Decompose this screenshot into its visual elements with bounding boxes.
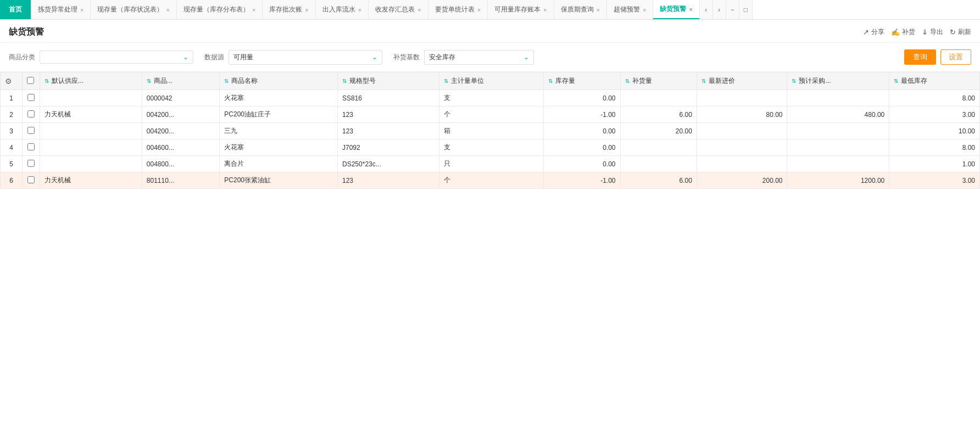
th-restock-label: 补货量 (632, 76, 652, 86)
replenish-select[interactable]: 安全库存 ⌄ (424, 50, 534, 65)
row-checkbox-cell[interactable] (23, 172, 40, 189)
row-checkbox[interactable] (27, 110, 35, 117)
th-est-purchase[interactable]: ⇅ 预计采购... (787, 72, 889, 90)
share-button[interactable]: ↗ 分享 (863, 27, 884, 37)
tab-minimize-button[interactable]: − (726, 0, 739, 19)
tab-expiry[interactable]: 保质期查询 × (554, 0, 607, 19)
row-checkbox[interactable] (27, 160, 35, 167)
th-spec[interactable]: ⇅ 规格型号 (338, 72, 439, 90)
row-spec: 123 (338, 107, 439, 123)
sort-icon: ⇅ (792, 78, 796, 84)
close-icon[interactable]: × (643, 7, 646, 13)
row-checkbox-cell[interactable] (23, 123, 40, 139)
tab-batch[interactable]: 库存批次账 × (263, 0, 315, 19)
replenish-label: 补货基数 (393, 53, 420, 62)
tab-receipt-summary[interactable]: 收发存汇总表 × (369, 0, 428, 19)
restock-button[interactable]: ✍ 补货 (891, 27, 915, 37)
tab-anomaly-label: 拣货异常处理 (38, 5, 77, 14)
row-checkbox[interactable] (27, 127, 35, 134)
tab-overstock-label: 超储预警 (614, 5, 640, 14)
table-row: 2 力天机械 004200... PC200油缸庄子 123 个 -1.00 6… (1, 107, 980, 123)
category-select[interactable]: ⌄ (40, 51, 193, 64)
datasource-value: 可用量 (233, 53, 253, 62)
close-icon[interactable]: × (80, 7, 83, 13)
tab-order-stats[interactable]: 要货单统计表 × (428, 0, 488, 19)
category-filter-group: 商品分类 ⌄ (9, 51, 193, 64)
row-supplier: 力天机械 (40, 107, 142, 123)
close-icon[interactable]: × (358, 7, 361, 13)
table-row: 4 004600... 火花塞 J7092 支 0.00 8.00 (1, 139, 980, 156)
th-restock[interactable]: ⇅ 补货量 (620, 72, 697, 90)
export-button[interactable]: ⇓ 导出 (922, 27, 943, 37)
category-label: 商品分类 (9, 53, 35, 62)
row-checkbox[interactable] (27, 143, 35, 150)
th-name[interactable]: ⇅ 商品名称 (220, 72, 338, 90)
close-icon[interactable]: × (252, 7, 255, 13)
tab-maximize-button[interactable]: □ (739, 0, 753, 19)
tab-available-ledger[interactable]: 可用量库存账本 × (488, 0, 554, 19)
row-stock: -1.00 (544, 172, 620, 189)
refresh-button[interactable]: ↻ 刷新 (950, 27, 971, 37)
refresh-icon: ↻ (950, 28, 956, 36)
row-checkbox-cell[interactable] (23, 156, 40, 172)
row-spec: J7092 (338, 139, 439, 156)
table-header-row: ⚙ ⇅ 默认供应... ⇅ 商品... (1, 72, 980, 90)
th-settings[interactable]: ⚙ (1, 72, 23, 90)
row-name: PC200油缸庄子 (220, 107, 338, 123)
tab-anomaly[interactable]: 拣货异常处理 × (31, 0, 91, 19)
tab-batch-label: 库存批次账 (269, 5, 302, 14)
row-spec: DS250*23c... (338, 156, 439, 172)
close-icon[interactable]: × (166, 7, 169, 13)
th-stock[interactable]: ⇅ 库存量 (544, 72, 620, 90)
row-latest-price (697, 156, 787, 172)
row-checkbox-cell[interactable] (23, 139, 40, 156)
row-est-purchase: 480.00 (787, 107, 889, 123)
row-min-stock: 3.00 (889, 172, 980, 189)
row-stock: 0.00 (544, 90, 620, 107)
th-latest-price[interactable]: ⇅ 最新进价 (697, 72, 787, 90)
category-arrow-icon: ⌄ (183, 53, 188, 61)
sort-icon: ⇅ (444, 78, 448, 84)
tab-next-button[interactable]: › (713, 0, 726, 19)
close-icon[interactable]: × (417, 7, 421, 13)
close-icon[interactable]: × (477, 7, 481, 13)
settings-icon[interactable]: ⚙ (5, 77, 12, 86)
refresh-label: 刷新 (958, 27, 971, 37)
row-min-stock: 1.00 (889, 156, 980, 172)
row-unit: 个 (439, 107, 544, 123)
settings-button[interactable]: 设置 (940, 49, 971, 65)
th-unit[interactable]: ⇅ 主计量单位 (439, 72, 544, 90)
tab-inout-flow[interactable]: 出入库流水 × (316, 0, 369, 19)
tab-overstock[interactable]: 超储预警 × (607, 0, 653, 19)
tab-prev-button[interactable]: ‹ (700, 0, 713, 19)
row-supplier: 力天机械 (40, 172, 142, 189)
tab-shortage[interactable]: 缺货预警 × (653, 0, 699, 19)
row-unit: 个 (439, 172, 544, 189)
close-icon[interactable]: × (543, 7, 547, 13)
th-code[interactable]: ⇅ 商品... (142, 72, 220, 90)
row-checkbox-cell[interactable] (23, 107, 40, 123)
sort-icon: ⇅ (342, 78, 347, 84)
row-code: 801110... (142, 172, 220, 189)
query-button[interactable]: 查询 (904, 49, 936, 65)
row-checkbox-cell[interactable] (23, 90, 40, 107)
close-icon[interactable]: × (597, 7, 600, 13)
tab-inventory-status[interactable]: 现存量（库存状况表） × (91, 0, 176, 19)
th-supplier[interactable]: ⇅ 默认供应... (40, 72, 142, 90)
tab-inventory-dist[interactable]: 现存量（库存分布表） × (177, 0, 263, 19)
tab-home[interactable]: 首页 (0, 0, 31, 19)
row-restock: 6.00 (620, 107, 697, 123)
close-icon[interactable]: × (305, 7, 308, 13)
select-all-checkbox[interactable] (27, 77, 34, 84)
tab-inv-status-label: 现存量（库存状况表） (97, 5, 163, 14)
datasource-select[interactable]: 可用量 ⌄ (229, 50, 382, 65)
data-table: ⚙ ⇅ 默认供应... ⇅ 商品... (0, 72, 980, 189)
row-checkbox[interactable] (27, 176, 35, 183)
row-name: 三九 (220, 123, 338, 139)
close-icon[interactable]: × (689, 6, 692, 13)
row-num: 1 (1, 90, 23, 107)
row-unit: 只 (439, 156, 544, 172)
replenish-value: 安全库存 (429, 53, 455, 62)
th-min-stock[interactable]: ⇅ 最低库存 (889, 72, 980, 90)
row-checkbox[interactable] (27, 94, 35, 101)
